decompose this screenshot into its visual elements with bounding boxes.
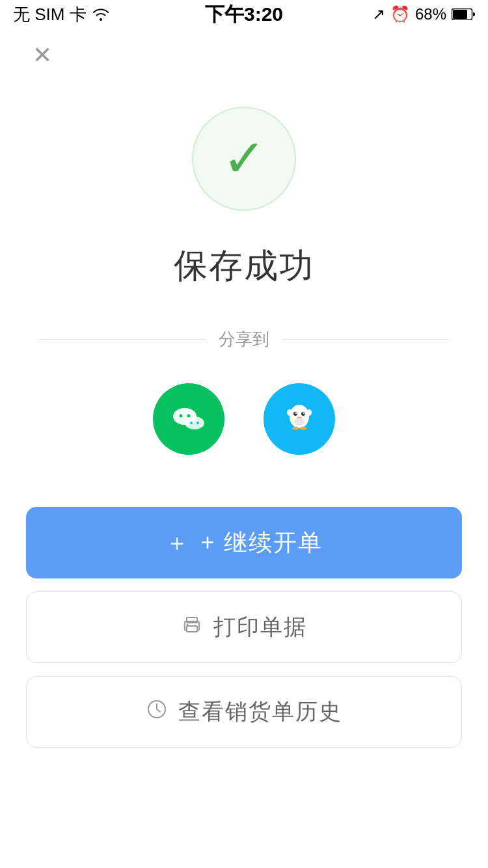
svg-point-14: [294, 418, 305, 426]
svg-point-22: [187, 623, 189, 625]
history-label: 查看销货单历史: [178, 697, 342, 727]
qq-share-button[interactable]: [264, 383, 335, 455]
close-button[interactable]: ✕: [26, 39, 59, 72]
wechat-icon: [168, 398, 210, 441]
svg-point-10: [301, 412, 305, 416]
alarm-icon: ⏰: [390, 5, 410, 23]
divider-left: [39, 339, 206, 340]
close-icon: ✕: [33, 44, 52, 67]
wechat-share-button[interactable]: [153, 383, 224, 455]
checkmark-icon: ✓: [223, 133, 266, 185]
sim-text: 无 SIM 卡: [13, 3, 87, 26]
svg-point-16: [300, 426, 306, 429]
battery-icon: [452, 8, 475, 20]
success-title: 保存成功: [174, 243, 314, 289]
svg-point-7: [197, 422, 199, 424]
svg-rect-21: [187, 626, 197, 632]
qq-icon: [278, 398, 321, 441]
share-label: 分享到: [219, 328, 269, 351]
svg-point-6: [190, 422, 193, 424]
continue-order-button[interactable]: ＋ + 继续开单: [26, 507, 462, 578]
direction-icon: ↗: [372, 5, 385, 23]
svg-point-18: [306, 409, 312, 416]
share-icons: [153, 383, 335, 455]
svg-point-17: [287, 409, 292, 416]
wifi-icon: [92, 8, 110, 21]
continue-label: + 继续开单: [200, 527, 322, 559]
status-time: 下午3:20: [205, 1, 283, 28]
share-divider: 分享到: [0, 328, 488, 351]
action-buttons: ＋ + 继续开单 打印单据 查看销货单历: [0, 507, 488, 748]
clock-icon: [146, 698, 168, 726]
svg-point-3: [185, 416, 204, 429]
svg-point-15: [292, 426, 299, 429]
svg-point-5: [187, 414, 190, 417]
history-button[interactable]: 查看销货单历史: [26, 676, 462, 748]
main-content: ✓ 保存成功 分享到: [0, 29, 488, 748]
svg-point-9: [293, 412, 297, 416]
svg-point-4: [179, 414, 182, 417]
status-right: ↗ ⏰ 68%: [372, 5, 475, 23]
divider-right: [282, 339, 449, 340]
status-left: 无 SIM 卡: [13, 3, 110, 26]
print-button[interactable]: 打印单据: [26, 591, 462, 663]
plus-icon: ＋: [165, 527, 190, 559]
print-label: 打印单据: [213, 612, 307, 642]
printer-icon: [181, 614, 203, 642]
svg-point-12: [303, 412, 304, 413]
status-bar: 无 SIM 卡 下午3:20 ↗ ⏰ 68%: [0, 0, 488, 29]
battery-text: 68%: [415, 5, 446, 23]
svg-rect-1: [453, 10, 467, 19]
svg-point-11: [295, 412, 296, 413]
success-circle: ✓: [192, 107, 296, 211]
